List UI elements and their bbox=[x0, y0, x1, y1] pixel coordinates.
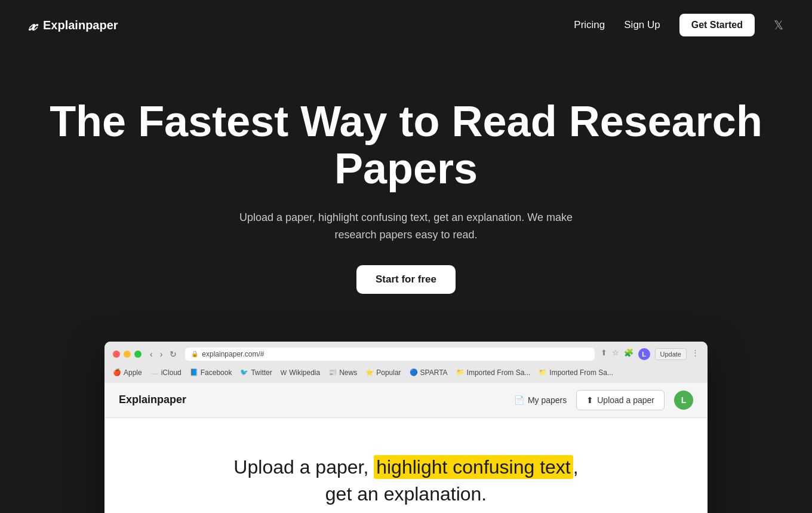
browser-controls: ‹ › ↻ 🔒 explainpaper.com/# ⬆ ☆ 🧩 L Updat… bbox=[113, 348, 699, 361]
bookmark-wikipedia[interactable]: W Wikipedia bbox=[281, 368, 320, 377]
bookmark-sparta-label: SPARTA bbox=[420, 368, 448, 377]
browser-chrome: ‹ › ↻ 🔒 explainpaper.com/# ⬆ ☆ 🧩 L Updat… bbox=[104, 342, 708, 383]
browser-dots bbox=[113, 351, 142, 358]
brand-icon: 𝓍 bbox=[29, 16, 36, 35]
apple-icon: 🍎 bbox=[113, 368, 121, 376]
app-header: Explainpaper 📄 My papers ⬆ Upload a pape… bbox=[104, 383, 708, 418]
app-brand-name: Explainpaper bbox=[119, 394, 186, 406]
wikipedia-icon: W bbox=[281, 369, 287, 376]
headline-highlight: highlight confusing text bbox=[374, 455, 573, 479]
bookmark-popular-label: Popular bbox=[376, 368, 401, 377]
url-text: explainpaper.com/# bbox=[202, 350, 264, 358]
extension-icon[interactable]: 🧩 bbox=[624, 348, 633, 360]
close-dot[interactable] bbox=[113, 351, 120, 358]
bookmark-apple-label: Apple bbox=[124, 368, 142, 377]
bookmark-facebook-label: Facebook bbox=[201, 368, 232, 377]
icloud-icon: ☁️ bbox=[150, 368, 159, 376]
headline-part1: Upload a paper, bbox=[233, 456, 374, 478]
bookmark-icon[interactable]: ☆ bbox=[612, 348, 619, 360]
bookmark-popular[interactable]: ⭐ Popular bbox=[365, 368, 401, 377]
start-free-button[interactable]: Start for free bbox=[356, 265, 456, 294]
refresh-button[interactable]: ↻ bbox=[167, 348, 179, 360]
signup-link[interactable]: Sign Up bbox=[624, 19, 660, 31]
lock-icon: 🔒 bbox=[191, 351, 198, 357]
sparta-icon: 🔵 bbox=[410, 368, 418, 376]
bookmarks-bar: 🍎 Apple ☁️ iCloud 📘 Facebook 🐦 Twitter W bbox=[113, 365, 699, 378]
menu-icon[interactable]: ⋮ bbox=[691, 348, 699, 360]
upload-paper-button[interactable]: ⬆ Upload a paper bbox=[576, 390, 665, 410]
get-started-button[interactable]: Get Started bbox=[679, 14, 755, 36]
bookmark-sparta[interactable]: 🔵 SPARTA bbox=[410, 368, 448, 377]
brand: 𝓍 Explainpaper bbox=[29, 16, 118, 35]
papers-icon: 📄 bbox=[514, 395, 524, 405]
headline-line2: get an explanation. bbox=[325, 483, 487, 505]
news-icon: 📰 bbox=[328, 368, 337, 376]
bookmark-apple[interactable]: 🍎 Apple bbox=[113, 368, 142, 377]
bookmark-wikipedia-label: Wikipedia bbox=[289, 368, 320, 377]
twitter-icon[interactable]: 𝕏 bbox=[774, 18, 783, 32]
navbar: 𝓍 Explainpaper Pricing Sign Up Get Start… bbox=[0, 0, 812, 50]
back-button[interactable]: ‹ bbox=[147, 348, 155, 360]
minimize-dot[interactable] bbox=[124, 351, 131, 358]
hero-section: The Fastest Way to Read Research Papers … bbox=[0, 50, 812, 330]
maximize-dot[interactable] bbox=[134, 351, 142, 358]
app-content: Upload a paper, highlight confusing text… bbox=[104, 418, 708, 513]
update-button[interactable]: Update bbox=[655, 348, 687, 360]
pricing-link[interactable]: Pricing bbox=[574, 19, 605, 31]
bookmark-news[interactable]: 📰 News bbox=[328, 368, 357, 377]
bookmark-imported2-label: Imported From Sa... bbox=[549, 368, 613, 377]
browser-nav-buttons: ‹ › ↻ bbox=[147, 348, 179, 360]
address-bar[interactable]: 🔒 explainpaper.com/# bbox=[185, 348, 594, 361]
navbar-right: Pricing Sign Up Get Started 𝕏 bbox=[574, 14, 783, 36]
bookmark-news-label: News bbox=[339, 368, 357, 377]
app-headline: Upload a paper, highlight confusing text… bbox=[128, 454, 684, 508]
user-avatar-app[interactable]: L bbox=[674, 391, 693, 410]
popular-icon: ⭐ bbox=[365, 368, 374, 376]
bookmark-twitter-label: Twitter bbox=[251, 368, 272, 377]
hero-title: The Fastest Way to Read Research Papers bbox=[48, 98, 764, 192]
app-header-right: 📄 My papers ⬆ Upload a paper L bbox=[514, 390, 693, 410]
bookmark-imported2[interactable]: 📁 Imported From Sa... bbox=[539, 368, 613, 377]
headline-part2: , bbox=[573, 456, 579, 478]
my-papers-label: My papers bbox=[528, 395, 567, 405]
upload-label: Upload a paper bbox=[597, 395, 654, 405]
twitter-bookmark-icon: 🐦 bbox=[240, 368, 248, 376]
hero-subtitle: Upload a paper, highlight confusing text… bbox=[227, 209, 585, 244]
facebook-icon: 📘 bbox=[190, 368, 198, 376]
bookmark-icloud-label: iCloud bbox=[161, 368, 182, 377]
bookmark-imported1-label: Imported From Sa... bbox=[467, 368, 531, 377]
share-icon[interactable]: ⬆ bbox=[601, 348, 607, 360]
bookmark-icloud[interactable]: ☁️ iCloud bbox=[150, 368, 182, 377]
bookmark-facebook[interactable]: 📘 Facebook bbox=[190, 368, 232, 377]
browser-window: ‹ › ↻ 🔒 explainpaper.com/# ⬆ ☆ 🧩 L Updat… bbox=[104, 342, 708, 513]
user-avatar-small[interactable]: L bbox=[638, 348, 650, 360]
browser-mockup: ‹ › ↻ 🔒 explainpaper.com/# ⬆ ☆ 🧩 L Updat… bbox=[0, 342, 812, 513]
bookmark-twitter[interactable]: 🐦 Twitter bbox=[240, 368, 272, 377]
my-papers-button[interactable]: 📄 My papers bbox=[514, 395, 567, 405]
folder-icon-2: 📁 bbox=[539, 368, 547, 376]
bookmark-imported1[interactable]: 📁 Imported From Sa... bbox=[456, 368, 531, 377]
upload-icon: ⬆ bbox=[586, 395, 593, 405]
forward-button[interactable]: › bbox=[158, 348, 165, 360]
brand-name: Explainpaper bbox=[43, 19, 118, 32]
browser-actions: ⬆ ☆ 🧩 L Update ⋮ bbox=[601, 348, 699, 360]
folder-icon-1: 📁 bbox=[456, 368, 465, 376]
